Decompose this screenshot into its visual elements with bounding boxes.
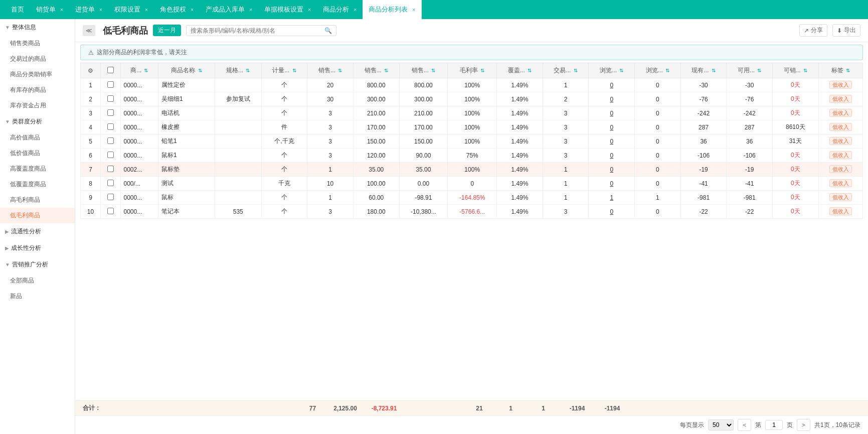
sidebar-item-high-value[interactable]: 高价值商品: [0, 130, 75, 146]
nav-role-auth[interactable]: 角色授权 ×: [154, 0, 200, 19]
page-number-input[interactable]: [765, 420, 783, 430]
close-icon[interactable]: ×: [354, 7, 357, 13]
col-coverage[interactable]: 覆盖... ⇅: [497, 63, 543, 78]
row-select-checkbox[interactable]: [107, 81, 114, 88]
close-icon[interactable]: ×: [99, 7, 102, 13]
row-checkbox[interactable]: [101, 177, 120, 191]
row-checkbox[interactable]: [101, 92, 120, 106]
table-row[interactable]: 3 0000... 电话机 个 3 210.00 210.00 100% 1.4…: [81, 106, 863, 120]
col-spec[interactable]: 规格... ⇅: [215, 63, 261, 78]
row-views1[interactable]: 0: [589, 149, 635, 163]
nav-product-storage[interactable]: 产成品入库单 ×: [200, 0, 258, 19]
col-transactions[interactable]: 交易... ⇅: [543, 63, 589, 78]
close-icon[interactable]: ×: [412, 7, 415, 13]
col-sales-qty[interactable]: 销售... ⇅: [307, 63, 354, 78]
share-button[interactable]: ↗ 分享: [799, 24, 827, 37]
table-row[interactable]: 2 0000... 吴细细1 参加复试 个 30 300.00 300.00 1…: [81, 92, 863, 106]
sidebar-item-inventory-capital[interactable]: 库存资金占用: [0, 98, 75, 113]
col-sales-amount[interactable]: 销售... ⇅: [399, 63, 448, 78]
select-all-checkbox[interactable]: [107, 67, 114, 73]
col-current[interactable]: 现有... ⇅: [680, 63, 727, 78]
col-tag[interactable]: 标签 ⇅: [818, 63, 862, 78]
sidebar-group-overall[interactable]: ▼ 整体信息: [0, 19, 75, 36]
col-views1[interactable]: 浏览... ⇅: [589, 63, 635, 78]
table-row[interactable]: 1 0000... 属性定价 个 20 800.00 800.00 100% 1…: [81, 78, 863, 92]
nav-sales-order[interactable]: 销货单 ×: [30, 0, 69, 19]
nav-home[interactable]: 首页: [5, 0, 30, 19]
row-select-checkbox[interactable]: [107, 194, 114, 200]
search-input[interactable]: [191, 27, 324, 34]
row-select-checkbox[interactable]: [107, 180, 114, 186]
row-select-checkbox[interactable]: [107, 208, 114, 214]
nav-product-analysis-list[interactable]: 商品分析列表 ×: [363, 0, 421, 19]
col-code[interactable]: 商... ⇅: [120, 63, 158, 78]
sidebar-item-new-products[interactable]: 新品: [0, 288, 75, 304]
sidebar-item-all-products[interactable]: 全部商品: [0, 273, 75, 288]
row-checkbox[interactable]: [101, 149, 120, 163]
row-select-checkbox[interactable]: [107, 166, 114, 172]
row-select-checkbox[interactable]: [107, 137, 114, 144]
row-views1[interactable]: 0: [589, 177, 635, 191]
row-checkbox[interactable]: [101, 134, 120, 149]
col-available[interactable]: 可用... ⇅: [727, 63, 773, 78]
row-checkbox[interactable]: [101, 78, 120, 92]
table-row[interactable]: 4 0000... 橡皮擦 件 3 170.00 170.00 100% 1.4…: [81, 120, 863, 134]
table-row[interactable]: 6 0000... 鼠标1 个 3 120.00 90.00 75% 1.49%…: [81, 149, 863, 163]
sidebar-group-cluster[interactable]: ▼ 类群度分析: [0, 113, 75, 130]
row-views1[interactable]: 0: [589, 205, 635, 219]
per-page-select[interactable]: 50 100 200: [708, 419, 734, 430]
row-views1[interactable]: 1: [589, 191, 635, 205]
col-unit[interactable]: 计量... ⇅: [261, 63, 307, 78]
close-icon[interactable]: ×: [60, 7, 63, 13]
table-row[interactable]: 7 0002... 鼠标垫 个 1 35.00 35.00 100% 1.49%…: [81, 163, 863, 177]
row-views1[interactable]: 0: [589, 163, 635, 177]
sidebar-item-low-coverage[interactable]: 低覆盖度商品: [0, 177, 75, 192]
close-icon[interactable]: ×: [249, 7, 252, 13]
row-checkbox[interactable]: [101, 106, 120, 120]
nav-permissions[interactable]: 权限设置 ×: [108, 0, 154, 19]
row-views1[interactable]: 0: [589, 92, 635, 106]
col-sales-price[interactable]: 销售... ⇅: [353, 63, 399, 78]
close-icon[interactable]: ×: [308, 7, 311, 13]
nav-product-analysis[interactable]: 商品分析 ×: [317, 0, 363, 19]
sidebar-item-low-margin[interactable]: 低毛利商品: [0, 208, 75, 223]
close-icon[interactable]: ×: [191, 7, 194, 13]
col-name[interactable]: 商品名称 ⇅: [158, 63, 215, 78]
sidebar-item-high-margin[interactable]: 高毛利商品: [0, 192, 75, 208]
table-row[interactable]: 9 0000... 鼠标 个 1 60.00 -98.91 -164.85% 1…: [81, 191, 863, 205]
table-row[interactable]: 8 000/... 测试 千克 10 100.00 0.00 0 1.49% 1…: [81, 177, 863, 191]
sidebar-group-marketing[interactable]: ▼ 营销推广分析: [0, 256, 75, 273]
table-row[interactable]: 5 0000... 铅笔1 个,千克 3 150.00 150.00 100% …: [81, 134, 863, 149]
sidebar-item-in-stock[interactable]: 有库存的商品: [0, 82, 75, 98]
sidebar-item-category-sales-rate[interactable]: 商品分类助销率: [0, 67, 75, 82]
col-checkbox[interactable]: [101, 63, 120, 78]
collapse-sidebar-button[interactable]: ≪: [83, 25, 95, 36]
sidebar-item-low-value[interactable]: 低价值商品: [0, 146, 75, 161]
row-select-checkbox[interactable]: [107, 152, 114, 158]
row-checkbox[interactable]: [101, 120, 120, 134]
sidebar-item-high-coverage[interactable]: 高覆盖度商品: [0, 161, 75, 177]
nav-purchase-order[interactable]: 进货单 ×: [69, 0, 108, 19]
row-views1[interactable]: 0: [589, 120, 635, 134]
row-views1[interactable]: 0: [589, 78, 635, 92]
row-select-checkbox[interactable]: [107, 109, 114, 116]
search-icon[interactable]: 🔍: [324, 27, 332, 34]
export-button[interactable]: ⬇ 导出: [832, 24, 860, 37]
prev-page-button[interactable]: ＜: [738, 419, 751, 431]
table-row[interactable]: 10 0000... 笔记本 535 个 3 180.00 -10,380...…: [81, 205, 863, 219]
row-views1[interactable]: 0: [589, 134, 635, 149]
period-button[interactable]: 近一月: [153, 25, 181, 36]
col-saleable[interactable]: 可销... ⇅: [773, 63, 819, 78]
row-views1[interactable]: 0: [589, 106, 635, 120]
col-gross-margin[interactable]: 毛利率 ⇅: [448, 63, 497, 78]
row-select-checkbox[interactable]: [107, 123, 114, 130]
col-views2[interactable]: 浏览... ⇅: [635, 63, 681, 78]
row-checkbox[interactable]: [101, 191, 120, 205]
col-settings[interactable]: ⚙: [81, 63, 101, 78]
sidebar-item-sales-products[interactable]: 销售类商品: [0, 36, 75, 51]
sidebar-group-growth[interactable]: ▶ 成长性分析: [0, 240, 75, 256]
next-page-button[interactable]: ＞: [797, 419, 810, 431]
nav-template-settings[interactable]: 单据模板设置 ×: [258, 0, 317, 19]
row-select-checkbox[interactable]: [107, 95, 114, 102]
row-checkbox[interactable]: [101, 205, 120, 219]
